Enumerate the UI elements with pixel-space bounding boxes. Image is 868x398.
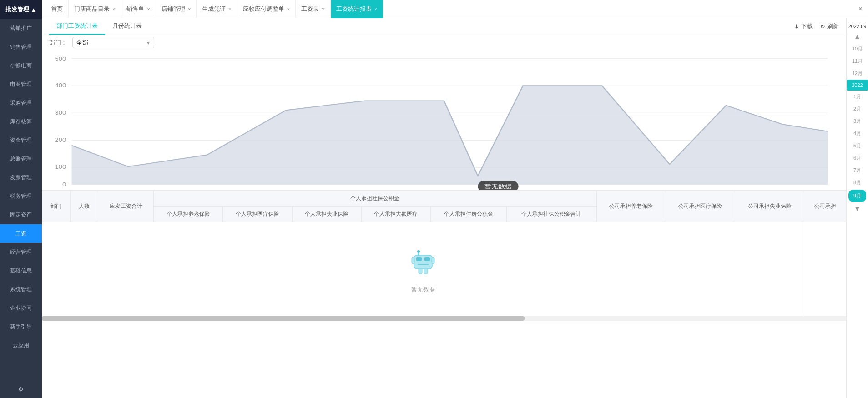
sidebar-item-assets[interactable]: 固定资产 <box>0 206 42 224</box>
col-personal-total: 个人承担社保公积金合计 <box>507 207 596 222</box>
empty-text: 暂无数据 <box>411 286 435 294</box>
timeline-oct[interactable]: 10月 <box>847 43 868 55</box>
sidebar-item-invoice[interactable]: 发票管理 <box>0 168 42 187</box>
timeline-aug[interactable]: 8月 <box>847 176 868 189</box>
col-company-medical: 公司承担医疗保险 <box>666 191 735 222</box>
tab-sales[interactable]: 销售单 × <box>121 0 156 18</box>
timeline-may[interactable]: 5月 <box>847 140 868 152</box>
col-company-other: 公司承担 <box>804 191 846 222</box>
sidebar-item-payroll[interactable]: 工资 <box>0 224 42 243</box>
sidebar-settings[interactable]: ⚙ <box>0 380 42 398</box>
col-personal-large-medical: 个人承担大额医疗 <box>361 207 430 222</box>
tab-home[interactable]: 首页 <box>45 0 69 18</box>
settings-icon: ⚙ <box>18 386 24 393</box>
tab-ar-ap[interactable]: 应收应付调整单 × <box>237 0 296 18</box>
sidebar-item-operation[interactable]: 经营管理 <box>0 243 42 262</box>
tab-voucher[interactable]: 生成凭证 × <box>197 0 237 18</box>
download-icon: ⬇ <box>794 23 799 30</box>
table-area[interactable]: 部门 人数 应发工资合计 个人承担社保公积金 公司承担养老保险 公司承担医疗保险… <box>42 190 846 398</box>
col-personal-medical: 个人承担医疗保险 <box>223 207 292 222</box>
col-personal-pension: 个人承担养老保险 <box>154 207 223 222</box>
sidebar-item-finance[interactable]: 资金管理 <box>0 131 42 150</box>
svg-rect-12 <box>414 255 432 269</box>
tab-store-mgmt[interactable]: 店铺管理 × <box>156 0 197 18</box>
tab-bar: 首页 门店商品目录 × 销售单 × 店铺管理 × 生成凭证 × 应收应付调整单 … <box>42 0 868 18</box>
timeline-apr[interactable]: 4月 <box>847 127 868 140</box>
sub-tab-toolbar-row: 部门工资统计表 月份统计表 ⬇ 下载 ↻ 刷新 <box>42 18 846 35</box>
col-dept: 部门 <box>42 191 71 222</box>
timeline-nov[interactable]: 11月 <box>847 55 868 67</box>
svg-rect-18 <box>424 268 428 274</box>
toolbar: ⬇ 下载 ↻ 刷新 <box>794 22 839 30</box>
sidebar-item-guide[interactable]: 新手引导 <box>0 317 42 336</box>
empty-icon <box>405 244 441 280</box>
col-total-wage: 应发工资合计 <box>98 191 154 222</box>
col-count: 人数 <box>70 191 98 222</box>
svg-text:0: 0 <box>62 181 66 188</box>
tab-close-sales[interactable]: × <box>147 6 150 12</box>
svg-rect-17 <box>419 268 422 274</box>
col-personal-housing: 个人承担住房公积金 <box>430 207 506 222</box>
sidebar-item-purchase[interactable]: 采购管理 <box>0 94 42 112</box>
timeline-current-date: 2022.09 <box>847 22 868 31</box>
sidebar-item-ledger[interactable]: 总账管理 <box>0 150 42 168</box>
timeline-jun[interactable]: 6月 <box>847 152 868 164</box>
data-table: 部门 人数 应发工资合计 个人承担社保公积金 公司承担养老保险 公司承担医疗保险… <box>42 191 846 316</box>
scrollbar-area[interactable] <box>42 316 846 321</box>
sidebar-item-inventory[interactable]: 库存核算 <box>0 112 42 131</box>
sidebar-item-collab[interactable]: 企业协同 <box>0 299 42 317</box>
sidebar-item-system[interactable]: 系统管理 <box>0 280 42 299</box>
sub-tab-dept[interactable]: 部门工资统计表 <box>49 18 105 35</box>
svg-text:500: 500 <box>55 56 66 62</box>
sidebar: 批发管理 ▲ 营销推广 销售管理 小畅电商 电商管理 采购管理 库存核算 资金管… <box>0 0 42 398</box>
tab-close-all-btn[interactable]: × <box>857 3 864 15</box>
sidebar-title: 批发管理 <box>5 5 29 14</box>
sidebar-header[interactable]: 批发管理 ▲ <box>0 0 42 19</box>
tab-close-store-mgmt[interactable]: × <box>188 6 191 12</box>
svg-point-20 <box>417 250 420 253</box>
timeline-jul[interactable]: 7月 <box>847 164 868 176</box>
timeline-year-2022[interactable]: 2022 <box>847 80 868 91</box>
sidebar-item-xiaochang[interactable]: 小畅电商 <box>0 56 42 75</box>
svg-rect-14 <box>424 257 430 261</box>
tab-payroll[interactable]: 工资表 × <box>296 0 330 18</box>
svg-text:400: 400 <box>55 83 66 89</box>
sub-tab-month[interactable]: 月份统计表 <box>105 18 149 35</box>
svg-rect-13 <box>416 257 422 261</box>
refresh-icon: ↻ <box>820 23 825 30</box>
tab-close-payroll[interactable]: × <box>322 6 324 12</box>
timeline-dec[interactable]: 12月 <box>847 67 868 80</box>
tab-payroll-report[interactable]: 工资统计报表 × <box>331 0 383 18</box>
sidebar-item-cloud[interactable]: 云应用 <box>0 336 42 355</box>
sidebar-item-ecommerce[interactable]: 电商管理 <box>0 75 42 94</box>
sidebar-item-sales[interactable]: 销售管理 <box>0 38 42 56</box>
timeline-feb[interactable]: 2月 <box>847 103 868 115</box>
tab-close-store-catalog[interactable]: × <box>112 6 115 12</box>
col-company-unemployment: 公司承担失业保险 <box>735 191 804 222</box>
timeline-down-btn[interactable]: ▼ <box>852 203 863 215</box>
page-content: 部门工资统计表 月份统计表 ⬇ 下载 ↻ 刷新 <box>42 18 846 398</box>
col-company-pension: 公司承担养老保险 <box>596 191 666 222</box>
dept-select[interactable]: 全部 销售部 财务部 运营部 <box>72 37 154 48</box>
timeline-up-btn[interactable]: ▲ <box>852 31 863 43</box>
timeline-jan[interactable]: 1月 <box>847 91 868 103</box>
table-empty-row: 暂无数据 <box>42 222 846 316</box>
svg-text:100: 100 <box>55 164 66 171</box>
sidebar-item-basic[interactable]: 基础信息 <box>0 262 42 280</box>
tab-bar-end: × <box>857 3 864 15</box>
tab-close-ar-ap[interactable]: × <box>287 6 290 12</box>
tab-close-payroll-report[interactable]: × <box>374 6 377 12</box>
tab-close-voucher[interactable]: × <box>228 6 231 12</box>
timeline-sidebar: 2022.09 ▲ 10月 11月 12月 2022 1月 2月 3月 <box>846 18 868 398</box>
tab-store-catalog[interactable]: 门店商品目录 × <box>69 0 121 18</box>
sidebar-item-tax[interactable]: 税务管理 <box>0 187 42 206</box>
scrollbar-thumb[interactable] <box>42 316 525 321</box>
col-group-personal: 个人承担社保公积金 <box>154 191 596 207</box>
download-btn[interactable]: ⬇ 下载 <box>794 22 813 30</box>
chart-area: 500 400 300 200 100 0 <box>42 54 846 190</box>
refresh-btn[interactable]: ↻ 刷新 <box>820 22 839 30</box>
sub-tabs: 部门工资统计表 月份统计表 <box>49 18 794 35</box>
timeline-sep[interactable]: 9月 <box>848 190 866 202</box>
sidebar-item-marketing[interactable]: 营销推广 <box>0 19 42 38</box>
timeline-mar[interactable]: 3月 <box>847 115 868 127</box>
